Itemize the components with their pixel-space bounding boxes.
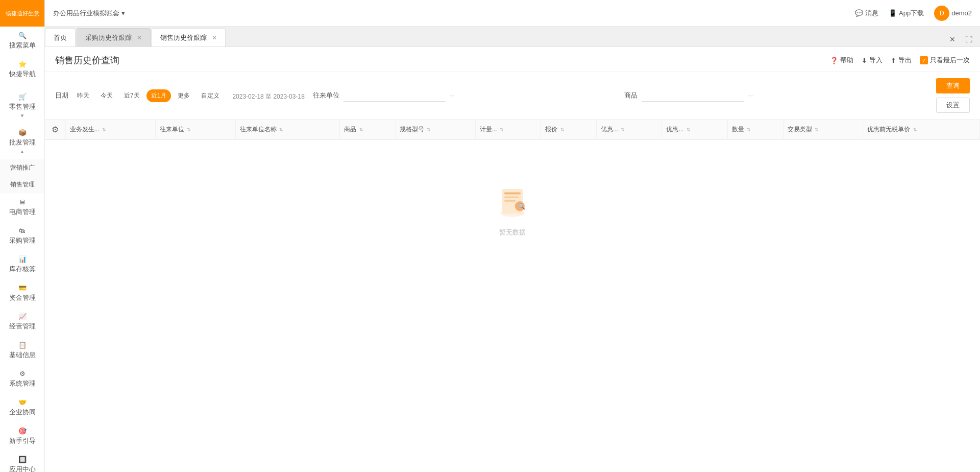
sidebar-item-inventory[interactable]: 📊 库存核算 — [0, 250, 45, 279]
expand-tab-btn[interactable]: ⛶ — [962, 32, 976, 46]
sidebar-item-label: 批发管理 — [9, 138, 36, 147]
enterprise-icon: 🤝 — [18, 398, 27, 406]
page-title-bar: 销售历史价查询 ❓ 帮助 ⬇ 导入 ⬆ 导出 ✓ 只 — [45, 47, 980, 72]
import-action[interactable]: ⬇ 导入 — [862, 56, 883, 65]
th-pretax-price[interactable]: 优惠前无税单价 ⇅ — [863, 120, 980, 140]
only-last-time-check[interactable]: ✓ 只看最后一次 — [920, 56, 970, 65]
tab-sales-history[interactable]: 销售历史价跟踪 ✕ — [152, 28, 226, 46]
product-dots-btn[interactable]: ··· — [748, 92, 753, 99]
date-btn-1month[interactable]: 近1月 — [146, 89, 172, 102]
sidebar-item-label: 零售管理 — [9, 102, 36, 111]
sidebar-item-label: 快捷导航 — [9, 69, 36, 79]
search-menu-icon: 🔍 — [18, 32, 27, 39]
retail-icon: 🛒 — [18, 93, 27, 101]
th-discount2[interactable]: 优惠... ⇅ — [662, 120, 728, 140]
th-partner-code[interactable]: 往来单位 ⇅ — [156, 120, 236, 140]
empty-state: 🔍 暂无数据 — [45, 140, 980, 278]
th-quote[interactable]: 报价 ⇅ — [541, 120, 597, 140]
help-action[interactable]: ❓ 帮助 — [830, 56, 853, 65]
quick-nav-icon: ⭐ — [18, 60, 27, 68]
th-biz-date[interactable]: 业务发生... ⇅ — [65, 120, 156, 140]
message-action[interactable]: 💬 消息 — [855, 9, 878, 18]
date-btn-yesterday[interactable]: 昨天 — [72, 89, 94, 102]
inventory-icon: 📊 — [18, 255, 27, 263]
sort-icon: ⇅ — [427, 127, 431, 132]
th-qty[interactable]: 数量 ⇅ — [728, 120, 783, 140]
export-icon: ⬆ — [891, 57, 896, 64]
avatar: D — [934, 6, 949, 21]
partner-filter-group: 往来单位 ··· — [313, 89, 617, 102]
sidebar-item-retail-mgmt[interactable]: 🛒 零售管理 ▼ — [0, 88, 45, 124]
sidebar-item-quick-nav[interactable]: ⭐ 快捷导航 — [0, 55, 45, 84]
date-filter-group: 日期 昨天 今天 近7天 近1月 更多 自定义 — [55, 89, 224, 102]
sidebar-item-basic-info[interactable]: 📋 基础信息 — [0, 336, 45, 365]
sidebar-item-newcomer[interactable]: 🎯 新手引导 — [0, 422, 45, 451]
th-product[interactable]: 商品 ⇅ — [340, 120, 396, 140]
sort-icon: ⇅ — [913, 127, 917, 132]
sort-icon: ⇅ — [359, 127, 363, 132]
sidebar-item-finance-mgmt[interactable]: 💳 资金管理 — [0, 279, 45, 308]
partner-dots-btn[interactable]: ··· — [450, 92, 455, 99]
newcomer-icon: 🎯 — [18, 427, 27, 435]
sidebar-item-label: 新手引导 — [9, 436, 36, 445]
sidebar-item-sys-mgmt[interactable]: ⚙ 系统管理 — [0, 365, 45, 393]
sidebar-item-wholesale-mgmt[interactable]: 📦 批发管理 ▲ — [0, 124, 45, 159]
date-btn-custom[interactable]: 自定义 — [197, 89, 224, 102]
th-spec[interactable]: 规格型号 ⇅ — [395, 120, 475, 140]
sidebar-item-ops-mgmt[interactable]: 📈 经营管理 — [0, 308, 45, 336]
date-btn-today[interactable]: 今天 — [96, 89, 117, 102]
tab-home[interactable]: 首页 — [45, 28, 76, 46]
chevron-up-icon2: ▲ — [20, 149, 25, 154]
tab-purchase-history[interactable]: 采购历史价跟踪 ✕ — [77, 28, 151, 46]
close-tab-btn[interactable]: ✕ — [945, 32, 960, 46]
sidebar-item-ecom-mgmt[interactable]: 🖥 电商管理 — [0, 193, 45, 222]
th-partner-name[interactable]: 往来单位名称 ⇅ — [235, 120, 340, 140]
sidebar-item-search-menu[interactable]: 🔍 搜索菜单 — [0, 27, 45, 55]
user-action[interactable]: D demo2 — [934, 6, 972, 21]
sidebar-item-purchase-mgmt[interactable]: 🛍 采购管理 — [0, 222, 45, 250]
date-btn-last7[interactable]: 近7天 — [119, 89, 144, 102]
sidebar-item-app-center[interactable]: 🔲 应用中心 — [0, 451, 45, 472]
export-action[interactable]: ⬆ 导出 — [891, 56, 912, 65]
app-download-icon: 📱 — [889, 9, 897, 17]
sidebar-sub-sales-mgmt[interactable]: 销售管理 — [0, 176, 45, 193]
product-filter-input[interactable] — [642, 89, 744, 102]
empty-state-icon: 🔍 — [492, 181, 533, 222]
sys-icon: ⚙ — [19, 370, 26, 377]
product-filter-label: 商品 — [624, 91, 638, 100]
app-download-action[interactable]: 📱 App下载 — [889, 9, 924, 18]
app-center-icon: 🔲 — [18, 456, 27, 463]
tab-close-purchase[interactable]: ✕ — [137, 34, 142, 41]
sort-icon: ⇅ — [621, 127, 625, 132]
tab-close-sales[interactable]: ✕ — [212, 34, 217, 41]
sort-icon: ⇅ — [187, 127, 191, 132]
partner-filter-input[interactable] — [344, 89, 446, 102]
query-button[interactable]: 查询 — [936, 78, 970, 93]
sidebar-item-enterprise[interactable]: 🤝 企业协同 — [0, 393, 45, 422]
user-label: demo2 — [951, 9, 972, 17]
export-label: 导出 — [898, 56, 912, 65]
empty-text: 暂无数据 — [499, 228, 526, 237]
sidebar-item-label: 资金管理 — [9, 293, 36, 302]
page-content: 销售历史价查询 ❓ 帮助 ⬇ 导入 ⬆ 导出 ✓ 只 — [45, 47, 980, 472]
th-discount1[interactable]: 优惠... ⇅ — [596, 120, 662, 140]
query-btn-group: 查询 设置 — [936, 78, 970, 113]
th-unit[interactable]: 计量... ⇅ — [475, 120, 541, 140]
chevron-down-icon: ▾ — [121, 9, 125, 17]
industry-selector[interactable]: 办公用品行业模拟账套 ▾ — [53, 9, 125, 18]
sidebar: 畅捷通好生意 🔍 搜索菜单 ⭐ 快捷导航 🛒 零售管理 ▼ 📦 批发管理 ▲ 营… — [0, 0, 45, 472]
th-gear: ⚙ — [45, 120, 65, 140]
date-btn-more[interactable]: 更多 — [173, 89, 194, 102]
sort-icon: ⇅ — [102, 127, 106, 132]
sidebar-sub-marketing[interactable]: 营销推广 — [0, 159, 45, 176]
svg-text:🔍: 🔍 — [518, 203, 525, 210]
sidebar-item-label: 采购管理 — [9, 236, 36, 245]
industry-name: 办公用品行业模拟账套 — [53, 9, 119, 18]
date-filter-label: 日期 — [55, 91, 68, 100]
tab-actions: ✕ ⛶ — [945, 32, 980, 46]
settings-button[interactable]: 设置 — [936, 98, 970, 113]
date-options: 昨天 今天 近7天 近1月 更多 自定义 — [72, 89, 224, 102]
gear-icon[interactable]: ⚙ — [52, 125, 59, 134]
th-trade-type[interactable]: 交易类型 ⇅ — [783, 120, 863, 140]
sidebar-item-label: 电商管理 — [9, 207, 36, 217]
